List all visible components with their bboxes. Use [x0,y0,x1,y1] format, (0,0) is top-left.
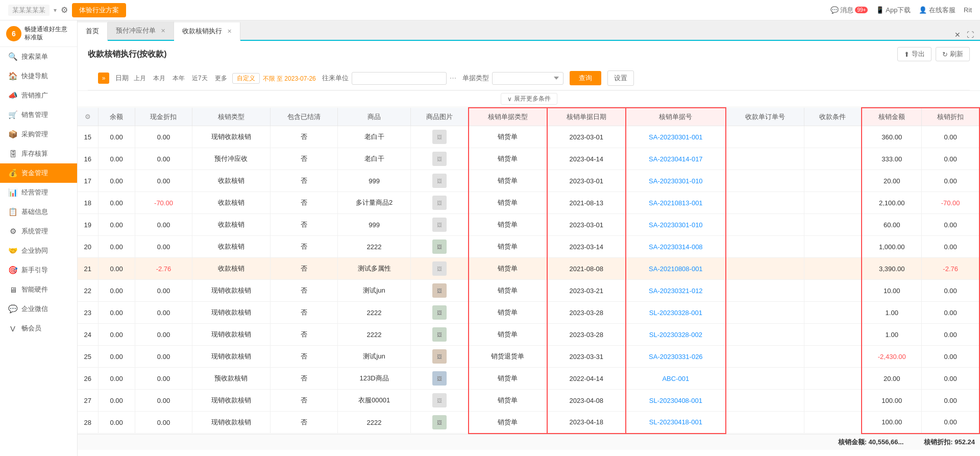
cell-no: 15 [78,126,98,148]
cell-cancel-type: 收款核销 [192,170,270,192]
sidebar-item-vip[interactable]: V 畅会员 [0,319,77,338]
sidebar-item-label: 基础信息 [21,207,48,217]
sidebar-item-wechat[interactable]: 💬 企业微信 [0,299,77,319]
tab-expand-icon[interactable]: ⛶ [965,30,976,40]
cell-cancel-bill-no[interactable]: SA-20210813-001 [626,192,726,214]
basic-icon: 📋 [8,207,17,217]
sidebar-item-label: 营销推广 [21,91,48,100]
tab-home[interactable]: 首页 [78,22,108,41]
filter-custom-btn[interactable]: 自定义 [232,73,260,84]
sidebar-item-search[interactable]: 🔍 搜索菜单 [0,47,77,66]
cell-cancel-bill-no[interactable]: SL-20230328-001 [626,302,726,324]
cell-receipt-order-no [726,214,804,236]
sidebar-item-guide[interactable]: 🎯 新手引导 [0,260,77,280]
tab-prepay[interactable]: 预付冲应付单 ✕ [108,21,174,40]
sidebar-item-purchase[interactable]: 📦 采购管理 [0,125,77,144]
cell-cancel-bill-no[interactable]: SL-20230328-002 [626,324,726,346]
app-download-btn[interactable]: 📱 App下载 [876,6,911,15]
cell-cancel-bill-date: 2023-03-28 [547,302,626,324]
cell-cancel-bill-type: 销货单 [469,126,547,148]
cell-cancel-amount: 3,390.00 [862,258,922,280]
export-btn[interactable]: ⬆ 导出 [897,47,932,61]
product-img-placeholder: 🖼 [432,196,447,210]
settings-btn[interactable]: 设置 [607,70,634,86]
filter-last-month[interactable]: 上月 [132,74,148,83]
cell-cancel-bill-date: 2021-08-08 [547,258,626,280]
cell-cancel-bill-no[interactable]: ABC-001 [626,368,726,390]
cell-cancel-discount: 0.00 [922,324,979,346]
cell-cancel-bill-no[interactable]: SA-20230301-010 [626,170,726,192]
table-row: 18 0.00 -70.00 收款核销 否 多计量商品2 🖼 销货单 2021-… [78,192,979,214]
cell-receipt-order-no [726,412,804,434]
cell-cancel-bill-no[interactable]: SA-20230301-001 [626,126,726,148]
cell-cancel-type: 现销收款核销 [192,412,270,434]
sidebar-item-sales[interactable]: 🛒 销售管理 [0,105,77,125]
cell-product: 2222 [337,324,410,346]
page-header: 收款核销执行(按收款) ⬆ 导出 ↻ 刷新 » 日期 上月 [78,41,980,91]
inventory-icon: 🗄 [8,150,17,158]
cell-cancel-bill-date: 2023-03-01 [547,214,626,236]
cell-cancel-bill-no[interactable]: SA-20230301-010 [626,214,726,236]
expand-more-btn[interactable]: ∨ 展开更多条件 [501,93,557,105]
sidebar-item-inventory[interactable]: 🗄 库存核算 [0,144,77,163]
filter-this-year[interactable]: 本年 [170,74,187,83]
col-settings[interactable]: ⚙ [78,108,98,126]
cell-product: 999 [337,170,410,192]
cell-receipt-condition [804,280,862,302]
cell-cancel-amount: 10.00 [862,280,922,302]
cell-cancel-bill-no[interactable]: SA-20230414-017 [626,148,726,170]
cell-balance: 0.00 [98,346,135,368]
sidebar-item-system[interactable]: ⚙ 系统管理 [0,222,77,241]
cell-cancel-bill-no[interactable]: SA-20210808-001 [626,258,726,280]
cell-cancel-amount: 1.00 [862,324,922,346]
date-label: 日期 [115,74,129,83]
table-row: 26 0.00 0.00 预收款核销 否 123D商品 🖼 销货单 2022-0… [78,368,979,390]
filter-7days[interactable]: 近7天 [190,74,210,83]
filter-more[interactable]: 更多 [213,74,229,83]
filter-expand-btn[interactable]: » [98,73,109,84]
party-input[interactable] [352,72,447,85]
sidebar-item-finance[interactable]: 💰 资金管理 [0,163,77,183]
product-img-placeholder: 🖼 [432,393,447,407]
settings-icon[interactable]: ⚙ [61,5,68,15]
page-actions: ⬆ 导出 ↻ 刷新 [897,47,970,61]
sidebar-item-hardware[interactable]: 🖥 智能硬件 [0,280,77,299]
cell-receipt-order-no [726,324,804,346]
sidebar-item-operation[interactable]: 📊 经营管理 [0,183,77,202]
tab-receipt-cancel[interactable]: 收款核销执行 ✕ [174,22,240,41]
sidebar-item-basic[interactable]: 📋 基础信息 [0,202,77,222]
dropdown-arrow-icon[interactable]: ▾ [54,7,57,14]
sidebar-item-enterprise[interactable]: 🤝 企业协同 [0,241,77,260]
cell-receipt-order-no [726,258,804,280]
tab-receipt-cancel-close-icon[interactable]: ✕ [227,28,232,35]
refresh-btn[interactable]: ↻ 刷新 [936,47,970,61]
tab-close-all-icon[interactable]: ✕ [952,30,963,40]
user-name[interactable]: Rit [964,6,972,14]
message-btn[interactable]: 💬 消息 99+ [830,6,868,15]
query-btn[interactable]: 查询 [570,71,601,85]
tab-prepay-close-icon[interactable]: ✕ [161,28,165,34]
cell-cancel-discount: 0.00 [922,148,979,170]
cell-balance: 0.00 [98,324,135,346]
cell-cancel-bill-no[interactable]: SA-20230314-008 [626,236,726,258]
col-cancel-amount: 核销金额 [862,108,922,126]
industry-btn[interactable]: 体验行业方案 [72,3,126,17]
page-title: 收款核销执行(按收款) [88,49,167,60]
bill-type-select[interactable] [492,72,564,85]
table-row: 17 0.00 0.00 收款核销 否 999 🖼 销货单 2023-03-01… [78,170,979,192]
sidebar-logo: 6 畅捷通谁好生意 标准版 [0,20,77,47]
cell-cancel-bill-no[interactable]: SL-20230418-001 [626,412,726,434]
cell-cancel-bill-no[interactable]: SA-20230331-026 [626,346,726,368]
online-service-btn[interactable]: 👤 在线客服 [919,6,955,15]
cell-receipt-condition [804,192,862,214]
cell-no: 22 [78,280,98,302]
sidebar-item-marketing[interactable]: 📣 营销推广 [0,86,77,105]
sidebar-item-quick-nav[interactable]: 🏠 快捷导航 [0,66,77,86]
cell-cancel-bill-no[interactable]: SA-20230321-012 [626,280,726,302]
filter-this-month[interactable]: 本月 [151,74,167,83]
cell-receipt-condition [804,258,862,280]
cell-cancel-bill-no[interactable]: SL-20230408-001 [626,390,726,412]
cell-cash-discount: -70.00 [135,192,192,214]
cell-cancel-type: 收款核销 [192,236,270,258]
col-cancel-discount: 核销折扣 [922,108,979,126]
